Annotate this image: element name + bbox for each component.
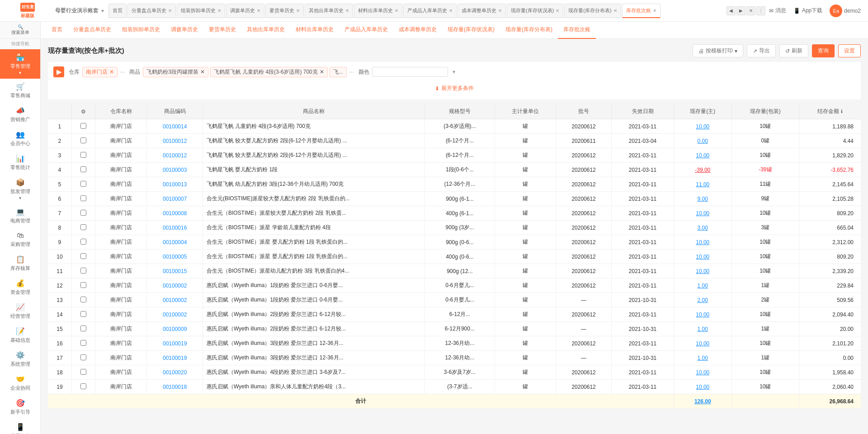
product-tag-close[interactable]: ✕ bbox=[200, 69, 205, 75]
cell-checkbox[interactable] bbox=[71, 322, 95, 336]
top-tab-chan_pin[interactable]: 产成品入库单历史✕ bbox=[403, 4, 457, 18]
top-tab-zu_chai[interactable]: 组装拆卸单历史✕ bbox=[177, 4, 225, 18]
user-menu[interactable]: Ea demo2 bbox=[830, 5, 861, 17]
cell-checkbox[interactable] bbox=[71, 134, 95, 148]
sidebar-item-ling_shou[interactable]: 🏪零售管理▼ bbox=[0, 49, 40, 79]
settings-button[interactable]: 设置 bbox=[838, 44, 861, 57]
tab-close-icon[interactable]: ✕ bbox=[168, 8, 172, 13]
cell-checkbox[interactable] bbox=[71, 163, 95, 177]
sidebar-item-jing_ying[interactable]: 📈经营管理 bbox=[0, 299, 40, 323]
sec-nav-xian_cun2[interactable]: 现存量(库存分布表) bbox=[500, 22, 558, 39]
product-filter-tag[interactable]: 飞鹤奶粉3段丙罐摆装 ✕ bbox=[143, 67, 208, 77]
row-checkbox[interactable] bbox=[80, 311, 86, 317]
row-checkbox[interactable] bbox=[80, 297, 86, 302]
sidebar-item-ling_shou_tong[interactable]: 📊零售统计 bbox=[0, 151, 40, 175]
sidebar-item-qi_ye[interactable]: 🤝企业协同 bbox=[0, 371, 40, 395]
col-settings[interactable]: ⚙ bbox=[71, 104, 95, 119]
product-tag-close[interactable]: ✕ bbox=[320, 69, 324, 75]
sidebar-item-cai_gou[interactable]: 🛍采购管理 bbox=[0, 228, 40, 251]
cell-checkbox[interactable] bbox=[71, 192, 95, 206]
sec-nav-qi_ta[interactable]: 其他出库单历史 bbox=[241, 22, 290, 39]
sec-nav-yao_huo[interactable]: 要货单历史 bbox=[203, 22, 241, 39]
app-download-button[interactable]: 📱 App下载 bbox=[793, 7, 822, 14]
sidebar-item-zi_jin[interactable]: 💰资金管理 bbox=[0, 275, 40, 299]
cell-checkbox[interactable] bbox=[71, 278, 95, 293]
row-checkbox[interactable] bbox=[80, 326, 86, 331]
tab-close-icon[interactable]: ✕ bbox=[345, 8, 349, 13]
sec-nav-cai_liao[interactable]: 材料出库单历史 bbox=[290, 22, 339, 39]
sidebar-item-ku_cun[interactable]: 📋库存核算 bbox=[0, 251, 40, 275]
sidebar-item-ji_chu[interactable]: 📝基础信息 bbox=[0, 323, 40, 347]
export-button[interactable]: ↗ 导出 bbox=[747, 44, 776, 57]
template-print-button[interactable]: 🖨 按模板打印 ▾ bbox=[693, 44, 743, 57]
filter-expand-button[interactable]: ▶ bbox=[53, 66, 64, 77]
row-checkbox[interactable] bbox=[80, 253, 86, 259]
row-checkbox[interactable] bbox=[80, 282, 86, 288]
tab-close-icon[interactable]: ✕ bbox=[395, 8, 398, 13]
search-menu-button[interactable]: 🔍 搜索菜单 bbox=[0, 22, 40, 39]
cell-checkbox[interactable] bbox=[71, 221, 95, 235]
tab-close-icon[interactable]: ✕ bbox=[449, 8, 453, 13]
tab-close-icon[interactable]: ✕ bbox=[556, 8, 559, 13]
more-tabs-button[interactable]: ⋮ bbox=[756, 6, 765, 15]
sec-nav-tiao_bo[interactable]: 调拨单历史 bbox=[165, 22, 203, 39]
row-checkbox[interactable] bbox=[80, 224, 86, 230]
row-checkbox[interactable] bbox=[80, 383, 86, 389]
row-checkbox[interactable] bbox=[80, 166, 86, 172]
top-tab-qi_ta[interactable]: 其他出库单历史✕ bbox=[305, 4, 353, 18]
sec-nav-home[interactable]: 首页 bbox=[46, 22, 68, 39]
cell-checkbox[interactable] bbox=[71, 365, 95, 380]
workspace-dropdown-icon[interactable]: ▾ bbox=[101, 8, 104, 14]
warehouse-tag[interactable]: 南岸门店 ✕ bbox=[82, 67, 118, 77]
row-checkbox[interactable] bbox=[80, 123, 86, 129]
row-checkbox[interactable] bbox=[80, 354, 86, 360]
cell-checkbox[interactable] bbox=[71, 293, 95, 307]
tab-close-icon[interactable]: ✕ bbox=[217, 8, 221, 13]
top-tab-tiao_bo[interactable]: 调拨单历史✕ bbox=[226, 4, 264, 18]
cell-checkbox[interactable] bbox=[71, 250, 95, 264]
cell-checkbox[interactable] bbox=[71, 206, 95, 221]
sidebar-item-ying_xiao[interactable]: 📣营销推广 bbox=[0, 103, 40, 127]
tab-close-icon[interactable]: ✕ bbox=[498, 8, 502, 13]
row-checkbox[interactable] bbox=[80, 181, 86, 187]
sidebar-item-pi_fa[interactable]: 📦批发管理▼ bbox=[0, 175, 40, 204]
product-filter-tag[interactable]: 飞... bbox=[330, 67, 347, 77]
warehouse-more-dots[interactable]: ··· bbox=[120, 69, 125, 75]
message-button[interactable]: ✉ 消息 bbox=[769, 7, 786, 14]
top-tab-cai_liao[interactable]: 材料出库单历史✕ bbox=[354, 4, 402, 18]
row-checkbox[interactable] bbox=[80, 152, 86, 158]
cell-checkbox[interactable] bbox=[71, 351, 95, 365]
top-tab-cheng_ben[interactable]: 成本调整单历史✕ bbox=[458, 4, 506, 18]
top-tab-yao_huo[interactable]: 要货单历史✕ bbox=[265, 4, 304, 18]
cell-checkbox[interactable] bbox=[71, 336, 95, 351]
sec-nav-cheng_ben[interactable]: 成本调整单历史 bbox=[393, 22, 442, 39]
sec-nav-zu_chai[interactable]: 组装拆卸单历史 bbox=[117, 22, 165, 39]
cell-checkbox[interactable] bbox=[71, 177, 95, 192]
sidebar-item-hui_yuan[interactable]: 👥会员中心 bbox=[0, 127, 40, 151]
sidebar-item-ling_shou_shang[interactable]: 🛒零售商城 bbox=[0, 79, 40, 103]
sidebar-item-ying_yong[interactable]: 📱应用中心 bbox=[0, 419, 40, 434]
cell-checkbox[interactable] bbox=[71, 148, 95, 163]
sec-nav-ku_cun_pi[interactable]: 库存批次账 bbox=[558, 22, 596, 39]
prev-tab-button[interactable]: ◀ bbox=[726, 6, 736, 15]
shortcut-nav-button[interactable]: 快捷导航 bbox=[0, 39, 40, 49]
row-checkbox[interactable] bbox=[80, 340, 86, 346]
cell-checkbox[interactable] bbox=[71, 235, 95, 250]
cell-checkbox[interactable] bbox=[71, 264, 95, 278]
row-checkbox[interactable] bbox=[80, 369, 86, 375]
top-tab-home[interactable]: 首页 bbox=[108, 4, 127, 18]
row-checkbox[interactable] bbox=[80, 195, 86, 201]
sidebar-item-dian_shang[interactable]: 💻电商管理 bbox=[0, 204, 40, 228]
tab-close-icon[interactable]: ✕ bbox=[613, 8, 617, 13]
sec-nav-chan_pin[interactable]: 产成品入库单历史 bbox=[339, 22, 393, 39]
top-tab-fen_pan[interactable]: 分量盘点单历史✕ bbox=[127, 4, 176, 18]
cell-checkbox[interactable] bbox=[71, 380, 95, 394]
settings-icon[interactable]: ⚙ bbox=[81, 108, 86, 115]
sec-nav-xian_cun1[interactable]: 现存量(库存状况表) bbox=[442, 22, 500, 39]
top-tab-xian_cun2[interactable]: 现存量(库存分布表)✕ bbox=[564, 4, 621, 18]
cell-checkbox[interactable] bbox=[71, 307, 95, 322]
row-checkbox[interactable] bbox=[80, 210, 86, 216]
sec-nav-fen_pan[interactable]: 分量盘点单历史 bbox=[68, 22, 117, 39]
tab-close-icon[interactable]: ✕ bbox=[653, 8, 656, 13]
row-checkbox[interactable] bbox=[80, 268, 86, 274]
